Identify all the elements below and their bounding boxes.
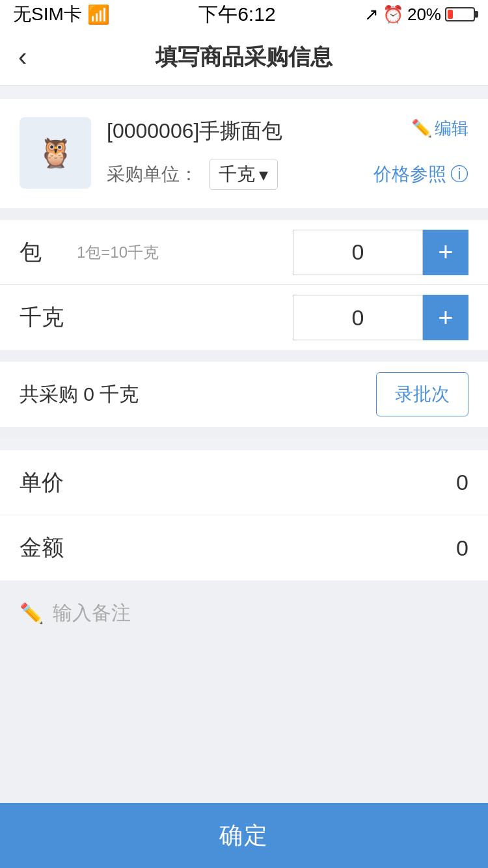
- battery-fill: [448, 10, 453, 19]
- product-name: [0000006]手撕面包: [107, 117, 282, 146]
- kg-input[interactable]: [293, 295, 423, 340]
- edit-icon: ✏️: [411, 118, 432, 139]
- price-ref-label: 价格参照: [373, 162, 446, 187]
- pack-sublabel: 1包=10千克: [77, 242, 159, 263]
- price-section: 单价 0 金额 0: [0, 450, 488, 580]
- kg-row: 千克 +: [0, 285, 488, 350]
- status-right: ↗ ⏰ 20%: [364, 5, 475, 25]
- pack-plus-button[interactable]: +: [423, 230, 468, 275]
- pencil-icon: ✏️: [20, 602, 44, 625]
- unit-container: 采购单位： 千克 ▾: [107, 159, 278, 190]
- input-section: 包 1包=10千克 + 千克 +: [0, 220, 488, 350]
- status-left: 无SIM卡 📶: [13, 2, 110, 27]
- status-bar: 无SIM卡 📶 下午6:12 ↗ ⏰ 20%: [0, 0, 488, 29]
- dropdown-icon: ▾: [259, 164, 268, 185]
- kg-plus-button[interactable]: +: [423, 295, 468, 340]
- product-card: 🦉 [0000006]手撕面包 ✏️ 编辑 采购单位： 千克 ▾: [0, 99, 488, 208]
- price-value: 0: [456, 470, 468, 495]
- product-unit-row: 采购单位： 千克 ▾ 价格参照 ⓘ: [107, 159, 468, 190]
- unit-value: 千克: [219, 162, 255, 187]
- confirm-button[interactable]: 确定: [0, 803, 488, 868]
- amount-label: 金额: [20, 533, 64, 563]
- pack-row: 包 1包=10千克 +: [0, 220, 488, 285]
- edit-label: 编辑: [435, 117, 468, 140]
- edit-button[interactable]: ✏️ 编辑: [411, 117, 468, 140]
- product-info: [0000006]手撕面包 ✏️ 编辑 采购单位： 千克 ▾ 价格参照 ⓘ: [107, 117, 468, 190]
- price-row: 单价 0: [0, 450, 488, 515]
- unit-label: 采购单位：: [107, 164, 198, 184]
- remark-section[interactable]: ✏️ 输入备注: [0, 580, 488, 646]
- location-icon: ↗: [364, 5, 379, 25]
- product-logo: 🦉: [38, 136, 74, 170]
- wifi-icon: 📶: [87, 4, 110, 25]
- amount-value: 0: [456, 536, 468, 561]
- kg-label: 千克: [20, 303, 72, 332]
- main-content: 🦉 [0000006]手撕面包 ✏️ 编辑 采购单位： 千克 ▾: [0, 99, 488, 868]
- pack-input[interactable]: [293, 230, 423, 275]
- price-ref-button[interactable]: 价格参照 ⓘ: [373, 162, 468, 187]
- summary-text: 共采购 0 千克: [20, 381, 139, 408]
- section-divider-3: [0, 427, 488, 439]
- unit-select[interactable]: 千克 ▾: [209, 159, 278, 190]
- nav-bar: ‹ 填写商品采购信息: [0, 29, 488, 86]
- price-label: 单价: [20, 468, 64, 498]
- info-icon: ⓘ: [450, 162, 468, 187]
- back-button[interactable]: ‹: [18, 42, 27, 72]
- status-time: 下午6:12: [198, 1, 275, 28]
- section-divider-2: [0, 350, 488, 362]
- battery-percent: 20%: [407, 5, 441, 25]
- back-icon: ‹: [18, 42, 27, 72]
- page-title: 填写商品采购信息: [156, 42, 332, 72]
- pack-label: 包: [20, 237, 72, 267]
- section-divider-1: [0, 208, 488, 220]
- carrier-label: 无SIM卡: [13, 2, 82, 27]
- battery-indicator: [445, 7, 475, 21]
- amount-row: 金额 0: [0, 515, 488, 580]
- product-thumbnail: 🦉: [20, 117, 91, 189]
- kg-control: +: [293, 295, 468, 340]
- batch-button[interactable]: 录批次: [376, 372, 468, 416]
- summary-row: 共采购 0 千克 录批次: [0, 362, 488, 427]
- alarm-icon: ⏰: [383, 5, 403, 25]
- pack-control: +: [293, 230, 468, 275]
- remark-placeholder: 输入备注: [53, 600, 131, 627]
- product-header: [0000006]手撕面包 ✏️ 编辑: [107, 117, 468, 146]
